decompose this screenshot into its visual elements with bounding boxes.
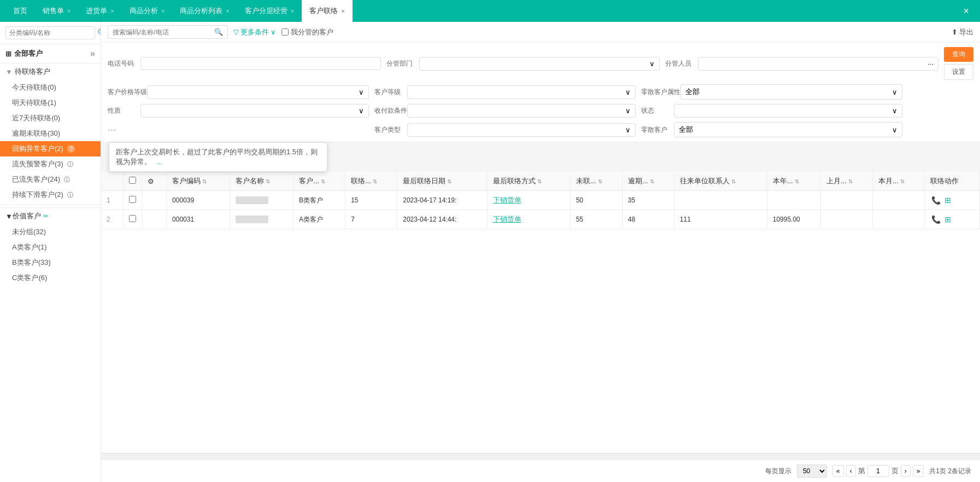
th-gear[interactable]: ⚙ (142, 172, 167, 191)
retail-customer-select[interactable]: 全部 ∨ (674, 122, 902, 137)
sidebar-a-class[interactable]: A类客户(1) (0, 240, 101, 255)
action-menu-icon[interactable]: ⊞ (944, 215, 951, 224)
nav-prev-btn[interactable]: ‹ (846, 465, 856, 477)
cell-checkbox[interactable] (123, 210, 142, 229)
per-page-select[interactable]: 50 100 200 (797, 464, 827, 478)
th-last-month[interactable]: 上月...⇅ (820, 172, 872, 191)
cell-contact: 7 (345, 210, 397, 229)
method-link[interactable]: 下销货单 (493, 215, 521, 223)
nav-customer-tier[interactable]: 客户分层经营 × (237, 0, 302, 22)
table-header-row: ⚙ 客户编码⇅ 客户名称⇅ 客户...⇅ 联络...⇅ (101, 172, 980, 191)
close-analysis-list-tab[interactable]: × (226, 8, 229, 14)
sort-code-icon: ⇅ (202, 178, 207, 184)
gender-select[interactable]: ∨ (140, 104, 369, 118)
action-phone-icon[interactable]: 📞 (931, 196, 941, 205)
sidebar-overdue[interactable]: 逾期未联络(30) (0, 126, 101, 141)
sidebar-b-class[interactable]: B类客户(33) (0, 255, 101, 270)
th-action: 联络动作 (925, 172, 980, 191)
th-company-contact[interactable]: 往来单位联系人⇅ (674, 172, 767, 191)
nav-sales[interactable]: 销售单 × (35, 0, 78, 22)
th-not-contacted[interactable]: 未联...⇅ (570, 172, 622, 191)
nav-first-btn[interactable]: « (832, 465, 844, 477)
payment-field: 收付款条件 ∨ (374, 104, 636, 118)
nav-next-btn[interactable]: › (901, 465, 911, 477)
nav-customer-contact[interactable]: 客户联络 × (302, 0, 352, 22)
sidebar-today-pending[interactable]: 今天待联络(0) (0, 80, 101, 95)
all-customers-header[interactable]: ⊞ 全部客户 » (0, 44, 101, 63)
filter-row-2: 客户价格等级 ∨ 客户等级 ∨ 零散客户属性 全部 (108, 84, 973, 100)
edit-icon[interactable]: ✏ (43, 212, 49, 220)
th-last-contact-date[interactable]: 最后联络日期⇅ (397, 172, 487, 191)
row-checkbox[interactable] (129, 196, 136, 203)
close-purchase-tab[interactable]: × (110, 8, 114, 14)
action-phone-icon[interactable]: 📞 (931, 215, 941, 224)
close-customer-tier-tab[interactable]: × (291, 8, 294, 14)
th-this-month[interactable]: 本月...⇅ (872, 172, 924, 191)
th-code[interactable]: 客户编码⇅ (167, 172, 230, 191)
sidebar-search-icon[interactable]: 🔍 (97, 28, 101, 37)
sidebar-ungrouped[interactable]: 未分组(32) (0, 224, 101, 240)
close-analysis-tab[interactable]: × (161, 8, 165, 14)
pending-contact-section[interactable]: ▼ 待联络客户 (0, 63, 101, 80)
th-overdue[interactable]: 逾期...⇅ (622, 172, 674, 191)
cell-checkbox[interactable] (123, 191, 142, 210)
cell-last-method[interactable]: 下销货单 (487, 210, 570, 229)
th-checkbox[interactable] (123, 172, 142, 191)
more-conditions-btn[interactable]: ▽ 更多条件 ∨ (233, 27, 276, 37)
horizontal-scrollbar[interactable] (101, 453, 980, 460)
th-last-contact-method[interactable]: 最后联络方式⇅ (487, 172, 570, 191)
status-field: 状态 ∨ (641, 104, 902, 118)
nav-analysis-list[interactable]: 商品分析列表 × (172, 0, 237, 22)
row-checkbox[interactable] (129, 215, 136, 222)
retail-attr-select[interactable]: 全部 ∨ (680, 84, 902, 100)
close-sales-tab[interactable]: × (67, 8, 71, 14)
query-btn[interactable]: 查询 (944, 47, 973, 62)
phone-input[interactable] (140, 57, 381, 70)
sidebar-loss-warning[interactable]: 流失预警客户(3) ⓘ (0, 156, 101, 172)
export-btn[interactable]: ⬆ 导出 (952, 27, 973, 37)
search-toolbar-icon[interactable]: 🔍 (214, 28, 223, 36)
sidebar-collapse-btn[interactable]: » (90, 49, 95, 59)
page-number-input[interactable] (867, 465, 889, 477)
tooltip-dots[interactable]: ... (156, 158, 162, 166)
method-link[interactable]: 下销货单 (493, 196, 521, 204)
select-all-checkbox[interactable] (129, 177, 136, 184)
price-grade-select[interactable]: ∨ (147, 85, 369, 99)
sidebar-tomorrow-pending[interactable]: 明天待联络(1) (0, 95, 101, 111)
status-select[interactable]: ∨ (674, 104, 902, 118)
sidebar-search-input[interactable] (5, 26, 95, 39)
value-customers-section[interactable]: ▼ 价值客户 ✏ (0, 207, 101, 224)
close-all-btn[interactable]: × (958, 5, 975, 17)
customer-grade-select[interactable]: ∨ (407, 85, 636, 99)
payment-select[interactable]: ∨ (407, 104, 636, 118)
nav-purchase[interactable]: 进货单 × (78, 0, 121, 22)
sidebar-lost-customers[interactable]: 已流失客户(24) ⓘ (0, 172, 101, 187)
settings-btn[interactable]: 设置 (944, 64, 973, 80)
close-customer-contact-tab[interactable]: × (341, 8, 344, 14)
action-menu-icon[interactable]: ⊞ (944, 196, 951, 205)
nav-analysis[interactable]: 商品分析 × (122, 0, 172, 22)
th-name[interactable]: 客户名称⇅ (230, 172, 294, 191)
more-dots-btn[interactable]: ··· (108, 124, 116, 136)
my-customers-checkbox-label[interactable]: 我分管的客户 (281, 27, 333, 37)
sidebar-repurchase-abnormal[interactable]: 回购异常客户(2) ? (0, 141, 101, 156)
customer-type-select[interactable]: ∨ (407, 123, 636, 137)
th-contact[interactable]: 联络...⇅ (345, 172, 397, 191)
cell-last-method[interactable]: 下销货单 (487, 191, 570, 210)
gear-settings-icon[interactable]: ⚙ (148, 177, 154, 185)
th-this-year[interactable]: 本年...⇅ (767, 172, 820, 191)
nav-last-btn[interactable]: » (913, 465, 924, 477)
th-type[interactable]: 客户...⇅ (294, 172, 345, 191)
person-select[interactable]: ··· (698, 57, 938, 71)
my-customers-checkbox[interactable] (281, 28, 289, 36)
sidebar-c-class[interactable]: C类客户(6) (0, 270, 101, 286)
sidebar-declining[interactable]: 持续下滑客户(2) ⓘ (0, 187, 101, 202)
sort-name-icon: ⇅ (266, 178, 270, 184)
sidebar-7days-pending[interactable]: 近7天待联络(0) (0, 111, 101, 126)
sort-method-icon: ⇅ (537, 178, 542, 184)
nav-home[interactable]: 首页 (5, 0, 35, 22)
search-input[interactable] (113, 28, 211, 36)
sort-overdue-icon: ⇅ (650, 178, 654, 184)
sort-tm-icon: ⇅ (900, 178, 905, 184)
dept-select[interactable]: ∨ (419, 57, 660, 71)
